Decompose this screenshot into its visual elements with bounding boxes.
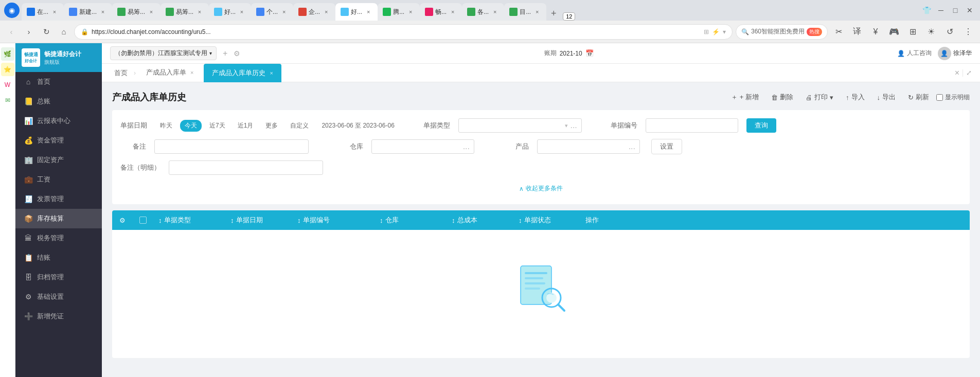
game-icon[interactable]: 🎮	[886, 24, 902, 40]
browser-tab-7[interactable]: 企... ×	[293, 3, 335, 21]
home-tab[interactable]: 首页	[110, 64, 132, 82]
col-cost-header[interactable]: ↕ 总成本	[447, 216, 513, 225]
delete-btn[interactable]: 🗑 删除	[766, 91, 798, 104]
more-icon[interactable]: ⋮	[960, 24, 976, 40]
browser-tab-10[interactable]: 畅... ×	[420, 3, 462, 21]
browser-tab-11[interactable]: 各... ×	[462, 3, 504, 21]
period-calendar-icon[interactable]: 📅	[585, 49, 594, 57]
remark-input[interactable]	[154, 139, 309, 154]
import-btn[interactable]: ↑ 导入	[841, 91, 870, 104]
translate-icon[interactable]: 译	[849, 24, 865, 40]
preset-yesterday[interactable]: 昨天	[155, 120, 177, 132]
preset-today[interactable]: 今天	[180, 120, 202, 132]
icon-sidebar-chanjet[interactable]: 🌿	[1, 47, 14, 61]
col-number-header[interactable]: ↕ 单据编号	[292, 216, 375, 225]
new-btn[interactable]: ＋ + 新增	[726, 91, 764, 104]
browser-tab-6[interactable]: 个... ×	[251, 3, 293, 21]
page-tab-2[interactable]: 产成品入库单历史 ×	[204, 64, 281, 82]
browser-tab-12[interactable]: 目... ×	[504, 3, 546, 21]
forward-button[interactable]: ›	[22, 25, 36, 39]
user-area[interactable]: 👤 徐泽华	[938, 47, 972, 60]
col-status-header[interactable]: ↕ 单据状态	[513, 216, 580, 225]
panel-expand-btn[interactable]: ⤢	[966, 69, 972, 77]
company-selector[interactable]: （勿删勿禁用）江西腺宝测试专用 ▾	[110, 46, 217, 60]
browser-tab-2[interactable]: 新建... ×	[64, 3, 112, 21]
tab-7-close[interactable]: ×	[322, 8, 330, 16]
warehouse-select[interactable]: ...	[371, 139, 474, 154]
col-type-header[interactable]: ↕ 单据类型	[153, 216, 225, 225]
sidebar-item-tax[interactable]: 🏛 税务管理	[15, 228, 102, 248]
sidebar-item-invoice[interactable]: 🧾 发票管理	[15, 189, 102, 209]
query-button[interactable]: 查询	[746, 118, 776, 133]
add-company-btn[interactable]: +	[223, 49, 227, 58]
number-input[interactable]	[646, 118, 738, 133]
tab-3-close[interactable]: ×	[147, 8, 155, 16]
export-btn[interactable]: ↓ 导出	[872, 91, 901, 104]
settings-button[interactable]: 设置	[651, 139, 682, 154]
browser-tab-8[interactable]: 好... ×	[335, 3, 378, 21]
extensions-icon[interactable]: 👕	[920, 4, 933, 16]
browser-tab-4[interactable]: 易筹... ×	[161, 3, 209, 21]
preset-custom[interactable]: 自定义	[286, 120, 313, 132]
print-btn[interactable]: 🖨 打印 ▾	[800, 91, 839, 104]
browser-tab-9[interactable]: 腾... ×	[378, 3, 420, 21]
sidebar-item-settings[interactable]: ⚙ 基础设置	[15, 287, 102, 307]
browser-tab-1[interactable]: 在... ×	[22, 3, 64, 21]
detail-remark-input[interactable]	[169, 160, 323, 175]
company-settings-icon[interactable]: ⚙	[234, 49, 240, 58]
preset-more[interactable]: 更多	[261, 120, 282, 132]
tab-8-close[interactable]: ×	[364, 8, 372, 16]
type-select[interactable]: ▾ ...	[458, 118, 582, 133]
browser-nav-icon[interactable]: ◉	[4, 3, 20, 18]
page-tab-1[interactable]: 产成品入库单 ×	[138, 64, 202, 82]
col-date-header[interactable]: ↕ 单据日期	[225, 216, 292, 225]
icon-sidebar-mail[interactable]: ✉	[1, 94, 14, 107]
address-bar[interactable]: 🔒 https://cloud.chanjet.com/accounting/u…	[74, 24, 733, 40]
scissors-icon[interactable]: ✂	[831, 24, 846, 40]
col-checkbox-header[interactable]	[133, 217, 153, 224]
sidebar-item-ledger[interactable]: 📒 总账	[15, 92, 102, 111]
refresh-btn[interactable]: ↻ 刷新	[903, 91, 934, 104]
tab-10-close[interactable]: ×	[449, 8, 457, 16]
panel-close-btn[interactable]: ×	[955, 68, 959, 78]
browser-tab-5[interactable]: 好... ×	[209, 3, 251, 21]
tab-1-close[interactable]: ×	[50, 8, 59, 16]
tab-4-close[interactable]: ×	[195, 8, 204, 16]
icon-sidebar-star[interactable]: ⭐	[1, 63, 14, 76]
sidebar-item-home[interactable]: ⌂ 首页	[15, 72, 102, 92]
collapse-button[interactable]: ∧ 收起更多条件	[120, 181, 961, 196]
sidebar-item-checkout[interactable]: 📋 结账	[15, 248, 102, 267]
sidebar-item-funds[interactable]: 💰 资金管理	[15, 131, 102, 150]
tab-6-close[interactable]: ×	[280, 8, 288, 16]
tab-11-close[interactable]: ×	[491, 8, 499, 16]
sidebar-item-fixed-assets[interactable]: 🏢 固定资产	[15, 150, 102, 170]
tab-12-close[interactable]: ×	[533, 8, 541, 16]
sidebar-item-new-bill[interactable]: ➕ 新增凭证	[15, 307, 102, 326]
type-clear-icon[interactable]: ▾	[565, 122, 568, 129]
show-detail-checkbox[interactable]	[936, 94, 943, 101]
browser-tab-3[interactable]: 易筹... ×	[112, 3, 161, 21]
page-tab-2-close[interactable]: ×	[270, 70, 273, 76]
yuan-icon[interactable]: ¥	[868, 24, 883, 40]
preset-7days[interactable]: 近7天	[205, 120, 230, 132]
grid-icon[interactable]: ⊞	[905, 24, 920, 40]
close-button[interactable]: ✕	[964, 4, 976, 16]
back-button[interactable]: ‹	[4, 25, 19, 39]
product-select[interactable]: ...	[537, 139, 640, 154]
tab-2-close[interactable]: ×	[99, 8, 107, 16]
new-tab-button[interactable]: +	[546, 6, 561, 21]
sidebar-item-reports[interactable]: 📊 云报表中心	[15, 111, 102, 131]
minimize-button[interactable]: ─	[935, 4, 947, 16]
col-settings-header[interactable]: ⚙	[112, 217, 133, 224]
header-checkbox[interactable]	[139, 217, 147, 224]
home-button[interactable]: ⌂	[57, 25, 71, 39]
maximize-button[interactable]: □	[949, 4, 961, 16]
page-tab-1-close[interactable]: ×	[190, 69, 193, 76]
brightness-icon[interactable]: ☀	[923, 24, 939, 40]
undo-icon[interactable]: ↺	[942, 24, 957, 40]
tab-count-badge[interactable]: 12	[563, 12, 575, 21]
icon-sidebar-weibo[interactable]: W	[1, 78, 14, 92]
sidebar-item-inventory[interactable]: 📦 库存核算	[15, 209, 102, 228]
preset-1month[interactable]: 近1月	[233, 120, 258, 132]
refresh-button[interactable]: ↻	[39, 25, 54, 39]
